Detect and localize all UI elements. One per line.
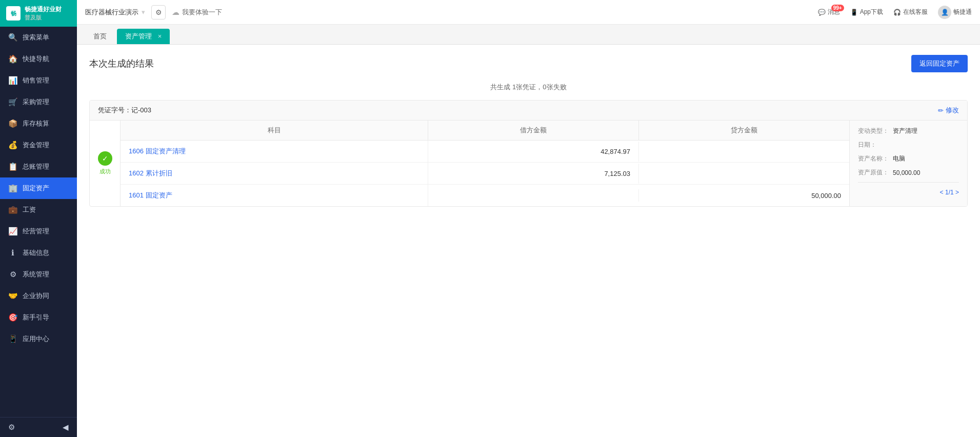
settings-button[interactable]: ⚙ — [151, 5, 166, 19]
tab-asset-management[interactable]: 资产管理 × — [117, 29, 170, 44]
row1-credit — [639, 145, 849, 157]
asset-name-value: 电脑 — [893, 154, 905, 163]
change-type-row: 变动类型： 资产清理 — [858, 127, 959, 135]
row3-subject[interactable]: 1601 固定资产 — [121, 185, 428, 206]
sidebar-item-purchase[interactable]: 🛒 采购管理 — [0, 91, 77, 113]
sidebar-item-management[interactable]: 📈 经营管理 — [0, 221, 77, 242]
management-icon: 📈 — [8, 227, 17, 236]
info-icon: ℹ — [8, 248, 17, 257]
content-area: 本次生成的结果 返回固定资产 共生成 1张凭证，0张失败 凭证字号：记-003 … — [77, 45, 980, 437]
message-icon: 💬 — [818, 9, 826, 16]
voucher-body: ✓ 成功 科目 借方金额 贷方金额 1606 固定资产清理 42,874.97 — [90, 121, 967, 206]
sidebar-item-app-center[interactable]: 📱 应用中心 — [0, 328, 77, 350]
app-center-icon: 📱 — [8, 334, 17, 344]
logo-text: 畅捷通好业财 普及版 — [25, 6, 62, 21]
asset-value-row: 资产原值： 50,000.00 — [858, 168, 959, 177]
content-header: 本次生成的结果 返回固定资产 — [89, 55, 968, 72]
main-area: 医疗器械行业演示 ▾ ⚙ ☁ 我要体验一下 💬 消息 99+ 📱 App下载 🎧… — [77, 0, 980, 437]
voucher-card: 凭证字号：记-003 ✏ 修改 ✓ 成功 科目 借方金额 — [89, 100, 968, 207]
messages-badge: 99+ — [831, 5, 844, 11]
date-label: 日期： — [858, 141, 876, 149]
success-icon: ✓ — [98, 151, 112, 166]
sidebar-item-basic-info[interactable]: ℹ 基础信息 — [0, 242, 77, 264]
asset-value-label: 资产原值： — [858, 168, 889, 177]
row3-debit — [428, 189, 639, 202]
return-button[interactable]: 返回固定资产 — [911, 55, 968, 72]
voucher-table: 科目 借方金额 贷方金额 1606 固定资产清理 42,874.97 1602 … — [121, 121, 849, 206]
asset-value-value: 50,000.00 — [893, 169, 920, 176]
sidebar-item-quick-nav[interactable]: 🏠 快捷导航 — [0, 48, 77, 70]
page-title: 本次生成的结果 — [89, 57, 154, 70]
settings-icon[interactable]: ⚙ — [8, 423, 15, 432]
info-divider — [858, 182, 959, 183]
sales-icon: 📊 — [8, 76, 17, 85]
guide-icon: 🎯 — [8, 313, 17, 322]
cloud-icon: ☁ — [172, 8, 179, 17]
messages-button[interactable]: 💬 消息 99+ — [818, 8, 840, 16]
success-status: ✓ 成功 — [90, 121, 121, 206]
headset-icon: 🎧 — [893, 9, 901, 16]
sidebar-logo: 畅 畅捷通好业财 普及版 — [0, 0, 77, 27]
change-type-label: 变动类型： — [858, 127, 889, 135]
sidebar-item-fixed-assets[interactable]: 🏢 固定资产 — [0, 177, 77, 199]
topbar-right: 💬 消息 99+ 📱 App下载 🎧 在线客服 👤 畅捷通 — [818, 6, 972, 19]
table-row: 1601 固定资产 50,000.00 — [121, 185, 849, 206]
asset-name-row: 资产名称： 电脑 — [858, 154, 959, 163]
sidebar-item-sales[interactable]: 📊 销售管理 — [0, 70, 77, 91]
sidebar-item-payroll[interactable]: 💼 工资 — [0, 199, 77, 221]
col-debit: 借方金额 — [428, 121, 639, 140]
pagination[interactable]: < 1/1 > — [858, 189, 959, 196]
result-summary: 共生成 1张凭证，0张失败 — [89, 83, 968, 92]
sidebar-nav: 🔍 搜索菜单 🏠 快捷导航 📊 销售管理 🛒 采购管理 📦 库存核算 💰 资金管… — [0, 27, 77, 417]
voucher-number: 凭证字号：记-003 — [98, 106, 151, 115]
system-icon: ⚙ — [8, 270, 17, 279]
sidebar-bottom: ⚙ ◀ — [0, 417, 77, 437]
collapse-icon[interactable]: ◀ — [63, 423, 69, 432]
table-row: 1602 累计折旧 7,125.03 — [121, 163, 849, 185]
sidebar-item-guide[interactable]: 🎯 新手引导 — [0, 307, 77, 328]
tabbar: 首页 资产管理 × — [77, 25, 980, 45]
row2-debit: 7,125.03 — [428, 164, 639, 184]
title-divider: ▾ — [142, 8, 145, 16]
inventory-icon: 📦 — [8, 119, 17, 128]
voucher-header: 凭证字号：记-003 ✏ 修改 — [90, 101, 967, 121]
logo-icon: 畅 — [6, 6, 21, 21]
pagination-info: 1/1 — [945, 189, 955, 196]
side-info-panel: 变动类型： 资产清理 日期： 资产名称： 电脑 资产原值： 50,000.00 — [849, 121, 967, 206]
row2-subject[interactable]: 1602 累计折旧 — [121, 163, 428, 184]
edit-button[interactable]: ✏ 修改 — [938, 106, 959, 115]
edit-icon: ✏ — [938, 107, 944, 114]
sidebar-item-system[interactable]: ⚙ 系统管理 — [0, 264, 77, 285]
sidebar-item-inventory[interactable]: 📦 库存核算 — [0, 113, 77, 134]
sidebar: 畅 畅捷通好业财 普及版 🔍 搜索菜单 🏠 快捷导航 📊 销售管理 🛒 采购管理… — [0, 0, 77, 437]
sidebar-item-finance[interactable]: 💰 资金管理 — [0, 134, 77, 156]
fixed-assets-icon: 🏢 — [8, 184, 17, 193]
col-credit: 贷方金额 — [639, 121, 849, 140]
date-row: 日期： — [858, 141, 959, 149]
payroll-icon: 💼 — [8, 205, 17, 214]
tab-home[interactable]: 首页 — [85, 29, 115, 44]
topbar: 医疗器械行业演示 ▾ ⚙ ☁ 我要体验一下 💬 消息 99+ 📱 App下载 🎧… — [77, 0, 980, 25]
pagination-next[interactable]: > — [955, 189, 959, 196]
sidebar-item-search[interactable]: 🔍 搜索菜单 — [0, 27, 77, 48]
ledger-icon: 📋 — [8, 162, 17, 171]
col-subject: 科目 — [121, 121, 428, 140]
online-service-button[interactable]: 🎧 在线客服 — [893, 8, 928, 16]
home-icon: 🏠 — [8, 54, 17, 64]
app-download-button[interactable]: 📱 App下载 — [850, 8, 883, 16]
row3-credit: 50,000.00 — [639, 186, 849, 206]
sidebar-item-collab[interactable]: 🤝 企业协同 — [0, 285, 77, 307]
user-menu[interactable]: 👤 畅捷通 — [938, 6, 972, 19]
table-row: 1606 固定资产清理 42,874.97 — [121, 141, 849, 163]
company-title: 医疗器械行业演示 ▾ — [85, 8, 145, 17]
search-icon: 🔍 — [8, 33, 17, 42]
finance-icon: 💰 — [8, 141, 17, 150]
sidebar-item-ledger[interactable]: 📋 总账管理 — [0, 156, 77, 177]
row2-credit — [639, 167, 849, 180]
row1-subject[interactable]: 1606 固定资产清理 — [121, 141, 428, 162]
experience-button[interactable]: ☁ 我要体验一下 — [172, 8, 222, 17]
phone-icon: 📱 — [850, 9, 858, 16]
pagination-prev[interactable]: < — [940, 189, 944, 196]
asset-name-label: 资产名称： — [858, 154, 889, 163]
tab-close-button[interactable]: × — [158, 32, 162, 40]
